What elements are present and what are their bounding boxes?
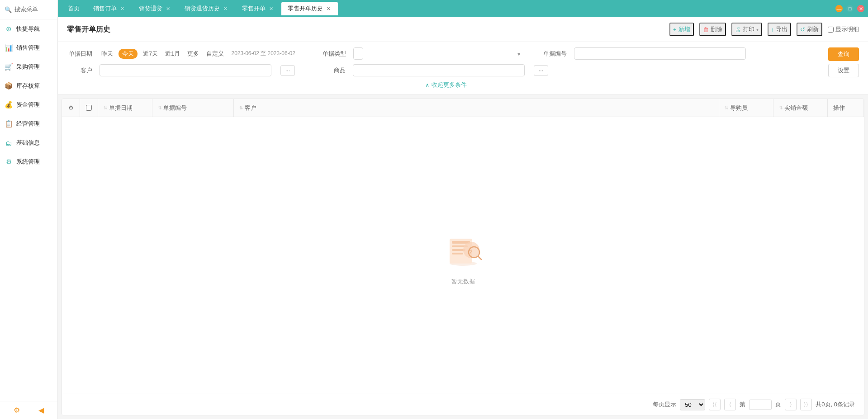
empty-text: 暂无数据	[451, 278, 475, 286]
per-page-select[interactable]: 10 20 50 100	[680, 399, 705, 410]
refresh-label: 刷新	[807, 25, 819, 33]
th-settings[interactable]: ⚙	[62, 99, 80, 117]
th-date-label: 单据日期	[109, 104, 133, 112]
yesterday-btn[interactable]: 昨天	[100, 49, 115, 59]
add-button[interactable]: + 新增	[669, 23, 694, 36]
operations-icon: 📋	[5, 120, 13, 128]
sidebar: 🔍 搜索采单 ⊕ 快捷导航 📊 销售管理 🛒 采购管理 📦 库存核算 💰 资金管…	[0, 0, 58, 419]
customer-row: 客户 ··· 商品 ···	[67, 64, 825, 76]
th-number-label: 单据编号	[163, 104, 187, 112]
table-settings-icon: ⚙	[68, 104, 74, 111]
page-header: 零售开单历史 + 新增 🗑 删除 🖨 打印 ▾ ↑ 导出	[58, 17, 868, 42]
tab-sales-order[interactable]: 销售订单 ✕	[87, 2, 132, 15]
content-area: 零售开单历史 + 新增 🗑 删除 🖨 打印 ▾ ↑ 导出	[58, 17, 868, 419]
sidebar-item-inventory[interactable]: 📦 库存核算	[0, 76, 57, 95]
th-number: ⇅ 单据编号	[152, 99, 234, 117]
sidebar-bottom: ⚙ ◀	[0, 401, 57, 419]
date-shortcuts: 昨天 今天 近7天 近1月 更多 自定义 2023-06-02 至 2023-0…	[100, 49, 295, 59]
sidebar-item-operations[interactable]: 📋 经营管理	[0, 114, 57, 133]
delete-label: 删除	[711, 25, 722, 33]
first-page-btn[interactable]: ⟨⟨	[709, 399, 721, 410]
table-area: ⚙ ⇅ 单据日期 ⇅ 单据编号 ⇅ 客户 ⇅	[62, 99, 864, 415]
minimize-button[interactable]: —	[835, 5, 843, 12]
sidebar-item-basic-info[interactable]: 🗂 基础信息	[0, 133, 57, 152]
goods-input[interactable]	[353, 64, 525, 76]
total-count: 共0页, 0条记录	[816, 400, 855, 409]
sales-mgmt-icon: 📊	[5, 44, 13, 52]
maximize-button[interactable]: □	[846, 5, 854, 12]
display-detail-input[interactable]	[828, 27, 834, 33]
custom-btn[interactable]: 自定义	[204, 49, 226, 59]
sidebar-search[interactable]: 🔍 搜索采单	[0, 0, 57, 19]
export-icon: ↑	[771, 26, 774, 33]
th-customer-label: 客户	[245, 104, 256, 112]
customer-ellipsis-btn[interactable]: ···	[280, 65, 295, 76]
pagination: 每页显示 10 20 50 100 ⟨⟨ ⟨ 第 1 页 ⟩ ⟩⟩ 共0页, 0…	[62, 394, 864, 415]
tab-label-retail-open: 零售开单	[242, 5, 266, 13]
goods-ellipsis-btn[interactable]: ···	[534, 65, 548, 76]
tab-close-sales-return-history[interactable]: ✕	[223, 5, 228, 12]
window-controls: — □ ✕	[835, 5, 864, 12]
prev-page-btn[interactable]: ⟨	[724, 399, 736, 410]
number-input[interactable]	[574, 47, 746, 60]
sidebar-item-quick-nav[interactable]: ⊕ 快捷导航	[0, 19, 57, 38]
sidebar-item-purchase-mgmt[interactable]: 🛒 采购管理	[0, 57, 57, 76]
tab-label-retail-open-history: 零售开单历史	[288, 5, 323, 13]
tab-home[interactable]: 首页	[62, 2, 86, 15]
inventory-label: 库存核算	[16, 82, 40, 90]
table-header: ⚙ ⇅ 单据日期 ⇅ 单据编号 ⇅ 客户 ⇅	[62, 99, 864, 117]
customer-label: 客户	[67, 66, 92, 75]
svg-text:?: ?	[469, 249, 472, 255]
select-all-checkbox[interactable]	[86, 105, 92, 111]
sidebar-item-finance[interactable]: 💰 资金管理	[0, 95, 57, 114]
page-label: 第	[740, 400, 745, 409]
collapse-row[interactable]: ∧ 收起更多条件	[67, 81, 825, 89]
th-checkbox[interactable]	[80, 99, 98, 117]
svg-line-8	[478, 256, 481, 259]
customer-input[interactable]	[100, 64, 271, 76]
tab-close-retail-open[interactable]: ✕	[268, 5, 274, 12]
collapse-sidebar-icon[interactable]: ◀	[38, 406, 44, 414]
inventory-icon: 📦	[5, 82, 13, 90]
query-button[interactable]: 查询	[828, 47, 859, 61]
close-button[interactable]: ✕	[857, 5, 864, 12]
display-detail-checkbox[interactable]: 显示明细	[828, 25, 859, 33]
tab-close-sales-order[interactable]: ✕	[119, 5, 125, 12]
sort-customer-icon[interactable]: ⇅	[239, 105, 243, 110]
more-btn[interactable]: 更多	[185, 49, 201, 59]
last-page-btn[interactable]: ⟩⟩	[800, 399, 812, 410]
last7-btn[interactable]: 近7天	[141, 49, 160, 59]
action-buttons: 查询 设置	[828, 47, 859, 77]
tab-sales-return[interactable]: 销货退货 ✕	[133, 2, 177, 15]
tab-retail-open-history[interactable]: 零售开单历史 ✕	[281, 2, 338, 15]
sidebar-item-system[interactable]: ⚙ 系统管理	[0, 152, 57, 171]
svg-rect-5	[452, 253, 463, 254]
today-btn[interactable]: 今天	[119, 49, 138, 59]
page-number-input[interactable]: 1	[749, 400, 772, 410]
tab-close-retail-open-history[interactable]: ✕	[326, 5, 332, 12]
page-suffix: 页	[775, 400, 781, 409]
search-icon: 🔍	[5, 6, 12, 13]
sort-number-icon[interactable]: ⇅	[158, 105, 161, 110]
delete-button[interactable]: 🗑 删除	[699, 23, 726, 36]
tab-retail-open[interactable]: 零售开单 ✕	[236, 2, 280, 15]
sort-guide-icon[interactable]: ⇅	[725, 105, 728, 110]
export-button[interactable]: ↑ 导出	[768, 23, 792, 36]
last-month-btn[interactable]: 近1月	[163, 49, 182, 59]
print-button[interactable]: 🖨 打印 ▾	[731, 23, 762, 36]
refresh-button[interactable]: ↺ 刷新	[797, 23, 822, 36]
settings-bottom-icon[interactable]: ⚙	[14, 406, 20, 414]
next-page-btn[interactable]: ⟩	[785, 399, 797, 410]
finance-label: 资金管理	[16, 101, 40, 109]
type-select[interactable]	[353, 47, 363, 60]
tab-close-sales-return[interactable]: ✕	[165, 5, 171, 12]
sidebar-item-sales-mgmt[interactable]: 📊 销售管理	[0, 38, 57, 57]
sort-date-icon[interactable]: ⇅	[104, 105, 107, 110]
basic-info-label: 基础信息	[16, 139, 40, 147]
sort-amount-icon[interactable]: ⇅	[779, 105, 783, 110]
query-settings-button[interactable]: 设置	[828, 64, 859, 77]
tab-sales-return-history[interactable]: 销货退货历史 ✕	[178, 2, 235, 15]
number-label: 单据编号	[541, 50, 567, 58]
purchase-mgmt-icon: 🛒	[5, 63, 13, 71]
print-chevron-icon: ▾	[756, 27, 759, 32]
